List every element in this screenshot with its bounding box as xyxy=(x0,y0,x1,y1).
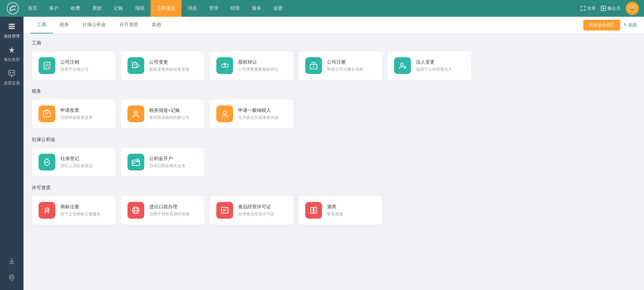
card-icon-company-change xyxy=(127,57,144,74)
card-apply-invoice[interactable]: 申请发票 办理申请发票业务 xyxy=(32,99,116,128)
cards-grid-tax: 申请发票 办理申请发票业务 xyxy=(32,99,636,128)
card-info-trademark: 商标注册 用于企业商标注册服务 xyxy=(60,204,101,217)
card-icon-company-cancel xyxy=(39,57,55,74)
card-desc-social-register: 进行人员社保登记 xyxy=(60,163,93,169)
download-button[interactable] xyxy=(0,253,23,268)
card-desc-company-cancel: 适用于注销公司 xyxy=(60,67,89,72)
refresh-label: 刷新 xyxy=(629,22,637,28)
card-title-company-change: 公司变更 xyxy=(149,59,190,65)
section-title-permit: 许可资质 xyxy=(32,185,636,191)
refresh-button[interactable]: ↻ 刷新 xyxy=(624,22,637,28)
section-permit: 许可资质 TM 商标注册 用于企业商标注册服 xyxy=(32,185,636,225)
card-title-equity-transfer: 股权转让 xyxy=(238,59,278,65)
card-legal-change[interactable]: 法人变更 适用于公司变更法人 xyxy=(387,51,471,80)
svg-marker-10 xyxy=(9,47,15,53)
card-icon-fund-account xyxy=(127,154,144,170)
card-company-cancel[interactable]: 公司注销 适用于注销公司 xyxy=(32,51,116,80)
top-nav-menu: 首页 客户 收费 票据 记账 报税 工商项目 消息 管理 经营 服务 设置 xyxy=(22,0,580,17)
card-info-company-cancel: 公司注销 适用于注销公司 xyxy=(60,59,89,72)
tab-other[interactable]: 其他 xyxy=(145,17,168,33)
card-trademark[interactable]: TM 商标注册 用于企业商标注册服务 xyxy=(32,196,116,225)
card-info-company-register: 公司注册 申请公司注册全流程 xyxy=(327,59,363,72)
svg-point-29 xyxy=(225,64,228,67)
card-food-permit[interactable]: 食品经营许可证 办理食品经营许可证 xyxy=(210,196,293,225)
tab-commerce[interactable]: 工商 xyxy=(30,17,53,33)
card-desc-apply-invoice: 办理申请发票业务 xyxy=(60,115,93,121)
tab-tax[interactable]: 税务 xyxy=(53,17,76,33)
location-button[interactable] xyxy=(0,270,23,285)
card-alcohol[interactable]: 酒类 零售批发 xyxy=(299,196,382,225)
mascot-avatar[interactable] xyxy=(626,2,639,15)
nav-home[interactable]: 首页 xyxy=(22,0,43,17)
card-title-food-permit: 食品经营许可证 xyxy=(238,204,274,210)
svg-rect-9 xyxy=(9,28,15,29)
svg-point-5 xyxy=(631,7,631,8)
mascot-icon xyxy=(627,3,638,14)
section-title-commerce: 工商 xyxy=(32,40,636,46)
nav-settings[interactable]: 设置 xyxy=(267,0,289,17)
sidebar-item-project-management[interactable]: 项目管理 xyxy=(0,20,23,42)
card-title-legal-change: 法人变更 xyxy=(416,59,452,65)
card-info-tax-report: 税务报道+记账 拿到营业执照的新公司 xyxy=(149,107,190,121)
card-social-register[interactable]: 社保登记 进行人员社保登记 xyxy=(32,148,116,176)
card-title-apply-invoice: 申请发票 xyxy=(60,107,93,114)
nav-fee[interactable]: 收费 xyxy=(65,0,86,17)
nav-accounting[interactable]: 记账 xyxy=(108,0,129,17)
nav-invoice[interactable]: 票据 xyxy=(86,0,108,17)
sidebar-bottom xyxy=(0,253,23,290)
cards-grid-permit: TM 商标注册 用于企业商标注册服务 xyxy=(32,196,636,225)
card-title-alcohol: 酒类 xyxy=(327,204,343,210)
card-desc-general-taxpayer: 当月或次月成变更完成 xyxy=(238,115,278,121)
card-general-taxpayer[interactable]: 申请一般纳税人 当月或次月成变更完成 xyxy=(210,99,293,128)
nav-manage[interactable]: 管理 xyxy=(203,0,224,17)
svg-point-14 xyxy=(10,72,11,73)
nav-service[interactable]: 服务 xyxy=(246,0,267,17)
card-desc-company-change: 股权变更外的业务变更 xyxy=(149,67,190,72)
top-nav: 首页 客户 收费 票据 记账 报税 工商项目 消息 管理 经营 服务 设置 全屏… xyxy=(0,0,644,17)
monitor-icon xyxy=(8,70,15,79)
svg-rect-8 xyxy=(9,26,15,27)
card-fund-account[interactable]: 公积金开户 办理公积金相关业务 xyxy=(121,148,205,176)
svg-point-15 xyxy=(12,72,14,73)
svg-point-2 xyxy=(628,4,637,13)
card-info-equity-transfer: 股权转让 公司变更需要股权转让 xyxy=(238,59,278,72)
card-desc-fund-account: 办理公积金相关业务 xyxy=(149,163,185,169)
sidebar-label-project-type: 项目类型 xyxy=(4,57,20,63)
member-button[interactable]: 畅会员 xyxy=(601,5,621,11)
section-title-social-insurance: 社保公积金 xyxy=(32,137,636,143)
sidebar-item-project-type[interactable]: 项目类型 xyxy=(0,44,23,65)
sidebar-item-progress-monitor[interactable]: 进度监测 xyxy=(0,67,23,89)
sidebar-label-project-management: 项目管理 xyxy=(4,33,20,39)
section-commerce: 工商 xyxy=(32,40,636,80)
tab-social-insurance[interactable]: 社保公积金 xyxy=(76,17,113,33)
nav-operation[interactable]: 经营 xyxy=(224,0,246,17)
add-service-type-button[interactable]: 新增业务类型 xyxy=(583,20,620,30)
svg-point-6 xyxy=(634,7,635,8)
svg-point-33 xyxy=(400,63,403,66)
card-tax-report[interactable]: 税务报道+记账 拿到营业执照的新公司 xyxy=(121,99,205,128)
card-desc-equity-transfer: 公司变更需要股权转让 xyxy=(238,67,278,72)
card-company-change[interactable]: 公司变更 股权变更外的业务变更 xyxy=(121,51,205,80)
svg-point-17 xyxy=(11,276,13,278)
card-import-export[interactable]: 进出口权办理 适用于对外贸易经营者 xyxy=(121,196,205,225)
card-title-social-register: 社保登记 xyxy=(60,156,93,162)
cards-grid-commerce: 公司注销 适用于注销公司 xyxy=(32,51,636,80)
card-equity-transfer[interactable]: 股权转让 公司变更需要股权转让 xyxy=(210,51,293,80)
top-nav-right: 全屏 畅会员 xyxy=(580,2,644,15)
card-icon-company-register xyxy=(305,57,322,74)
card-desc-trademark: 用于企业商标注册服务 xyxy=(60,211,101,217)
card-info-fund-account: 公积金开户 办理公积金相关业务 xyxy=(149,156,185,169)
nav-commerce[interactable]: 工商项目 xyxy=(151,0,181,17)
tab-permit[interactable]: 许可资质 xyxy=(113,17,145,33)
nav-message[interactable]: 消息 xyxy=(181,0,203,17)
card-icon-food-permit xyxy=(216,202,233,219)
refresh-icon: ↻ xyxy=(624,22,627,27)
fullscreen-label: 全屏 xyxy=(587,5,596,11)
nav-tax[interactable]: 报税 xyxy=(129,0,151,17)
svg-point-39 xyxy=(135,112,137,113)
card-desc-tax-report: 拿到营业执照的新公司 xyxy=(149,115,190,121)
card-company-register[interactable]: 公司注册 申请公司注册全流程 xyxy=(299,51,382,80)
nav-client[interactable]: 客户 xyxy=(43,0,65,17)
fullscreen-button[interactable]: 全屏 xyxy=(580,5,596,11)
svg-marker-1 xyxy=(603,7,605,10)
